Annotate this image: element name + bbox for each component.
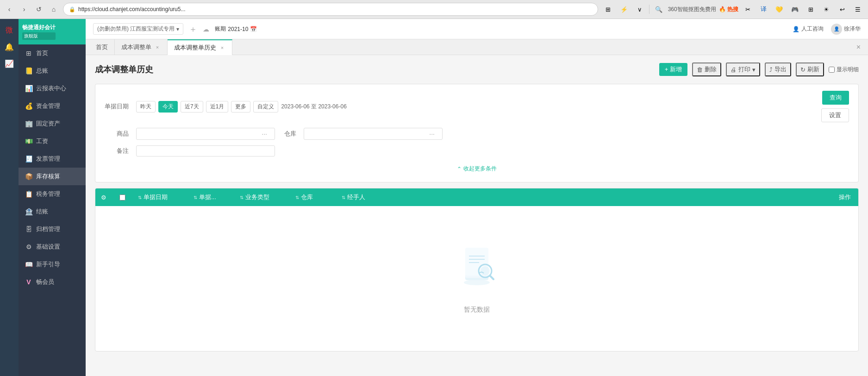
settings-icon[interactable]: ☀ — [820, 3, 833, 16]
home-button[interactable]: ⌂ — [48, 4, 59, 15]
sidebar-item-funds[interactable]: 💰 资金管理 — [19, 97, 86, 115]
tab-cost-adjust-history-label: 成本调整单历史 — [174, 44, 216, 52]
dropdown-icon[interactable]: ∨ — [633, 3, 646, 16]
query-btn[interactable]: 查询 — [822, 91, 849, 105]
refresh-btn[interactable]: ↻ 刷新 — [796, 63, 824, 76]
display-cols-input[interactable] — [829, 67, 835, 73]
sidebar-item-ledger[interactable]: 📒 总账 — [19, 62, 86, 80]
consultant-btn[interactable]: 👤 人工咨询 — [793, 25, 824, 33]
archive-icon: 🗄 — [25, 226, 32, 233]
collapse-btn[interactable]: ⌃ 收起更多条件 — [454, 162, 500, 175]
th-warehouse-sort-icon: ⇅ — [295, 195, 299, 200]
display-cols-checkbox[interactable]: 显示明细 — [829, 66, 859, 74]
print-btn[interactable]: 🖨 打印 ▾ — [726, 63, 760, 76]
tab-cost-adjust-close[interactable]: × — [154, 44, 161, 50]
tab-cost-adjust-history-close[interactable]: × — [219, 44, 225, 51]
address-bar[interactable]: 🔒 https://cloud.chanjet.com/accounting/u… — [63, 3, 598, 16]
tab-home[interactable]: 首页 — [89, 39, 115, 55]
filter-settings-btn[interactable]: 设置 — [821, 108, 849, 122]
delete-btn[interactable]: 🗑 删除 — [692, 63, 721, 76]
sidebar-item-tax[interactable]: 📋 税务管理 — [19, 185, 86, 203]
close-all-btn[interactable]: × — [853, 43, 864, 51]
tab-cost-adjust[interactable]: 成本调整单 × — [115, 39, 168, 55]
date-btn-more[interactable]: 更多 — [231, 101, 250, 113]
th-handler[interactable]: ⇅ 经手人 — [336, 193, 382, 201]
sidebar-item-settlement[interactable]: 🏦 结账 — [19, 203, 86, 220]
table-header: ⚙ ⇅ 单据日期 ⇅ 单据... ⇅ 业务类型 — [95, 188, 858, 206]
th-warehouse[interactable]: ⇅ 仓库 — [290, 193, 336, 201]
back-button[interactable]: ‹ — [4, 4, 15, 15]
sidebar-item-settings[interactable]: ⚙ 基础设置 — [19, 238, 86, 256]
date-btn-yesterday[interactable]: 昨天 — [136, 101, 156, 113]
sidebar-item-label: 总账 — [36, 67, 48, 75]
th-biz-type[interactable]: ⇅ 业务类型 — [234, 193, 290, 201]
collapse-btn-row: ⌃ 收起更多条件 — [105, 162, 849, 175]
guide-icon: 📖 — [25, 261, 32, 268]
translate-icon[interactable]: 译 — [757, 3, 770, 16]
th-number[interactable]: ⇅ 单据... — [188, 193, 234, 201]
lightning-icon[interactable]: ⚡ — [618, 3, 631, 16]
warehouse-ellipsis[interactable]: ··· — [425, 130, 438, 138]
sidebar-item-label: 工资 — [36, 137, 48, 145]
rail-notification-icon[interactable]: 🔔 — [2, 39, 17, 54]
refresh-icon: ↻ — [800, 66, 806, 73]
scissors-icon[interactable]: ✂ — [741, 3, 754, 16]
sidebar-item-inventory[interactable]: 📦 库存核算 — [19, 168, 86, 185]
sidebar-item-fixed-assets[interactable]: 🏢 固定资产 — [19, 115, 86, 132]
sidebar-item-reports[interactable]: 📊 云报表中心 — [19, 80, 86, 97]
sidebar-item-archive[interactable]: 🗄 归档管理 — [19, 220, 86, 238]
sidebar-item-label: 资金管理 — [36, 102, 60, 110]
empty-state: 暂无数据 — [95, 206, 858, 351]
th-settings[interactable]: ⚙ — [95, 194, 112, 201]
company-selector[interactable]: (勿删勿禁用) 江西服宝测试专用 ▾ — [93, 23, 183, 35]
calendar-icon[interactable]: 📅 — [250, 26, 257, 32]
sidebar-item-home[interactable]: ⊞ 首页 — [19, 44, 86, 62]
reload-button[interactable]: ↺ — [33, 4, 44, 15]
export-btn[interactable]: ⤴ 导出 — [765, 63, 791, 76]
th-checkbox[interactable] — [112, 194, 132, 201]
sidebar-item-invoice[interactable]: 🧾 发票管理 — [19, 150, 86, 168]
select-all-checkbox[interactable] — [119, 194, 125, 201]
sidebar-item-payroll[interactable]: 💵 工资 — [19, 132, 86, 150]
add-company-btn[interactable]: ＋ — [189, 24, 197, 35]
date-btn-today[interactable]: 今天 — [158, 101, 178, 113]
rail-chart-icon[interactable]: 📈 — [2, 56, 17, 71]
warehouse-select[interactable]: ··· — [304, 128, 443, 140]
inventory-icon: 📦 — [25, 173, 32, 180]
hot-search-label: 🔥 热搜 — [719, 6, 738, 13]
note-input[interactable] — [136, 145, 275, 157]
sidebar-item-label: 发票管理 — [36, 155, 60, 163]
print-icon: 🖨 — [731, 66, 737, 73]
search-icon[interactable]: 🔍 — [652, 3, 665, 16]
date-btn-custom[interactable]: 自定义 — [253, 101, 278, 113]
empty-illustration — [454, 243, 500, 298]
date-btn-1month[interactable]: 近1月 — [206, 101, 229, 113]
sidebar-item-label: 固定资产 — [36, 119, 60, 128]
new-btn[interactable]: + 新增 — [659, 63, 687, 76]
sidebar-logo[interactable]: 畅捷通好会计 旗舰版 — [19, 19, 86, 44]
empty-text: 暂无数据 — [464, 306, 490, 314]
undo-icon[interactable]: ↩ — [836, 3, 849, 16]
goods-select[interactable]: ··· — [136, 128, 275, 140]
grid-icon[interactable]: ⊞ — [602, 3, 615, 16]
rail-weibo-icon[interactable]: 微 — [2, 23, 17, 38]
wallet-icon[interactable]: 💛 — [773, 3, 786, 16]
warehouse-filter-label: 仓库 — [282, 130, 296, 138]
forward-button[interactable]: › — [19, 4, 30, 15]
menu-icon[interactable]: ☰ — [851, 3, 864, 16]
apps-icon[interactable]: ⊞ — [804, 3, 817, 16]
sidebar-item-label: 畅会员 — [36, 278, 54, 286]
sidebar-item-guide[interactable]: 📖 新手引导 — [19, 256, 86, 273]
tab-cost-adjust-history[interactable]: 成本调整单历史 × — [168, 39, 232, 55]
page-title: 成本调整单历史 — [95, 64, 153, 75]
date-btn-7days[interactable]: 近7天 — [181, 101, 203, 113]
sidebar-item-membership[interactable]: V 畅会员 — [19, 273, 86, 291]
delete-icon: 🗑 — [697, 66, 703, 73]
sidebar-nav: ⊞ 首页 📒 总账 📊 云报表中心 💰 资金管理 🏢 固定资产 💵 工资 — [19, 44, 86, 376]
goods-ellipsis[interactable]: ··· — [258, 130, 271, 138]
browser-toolbar: ‹ › ↺ ⌂ 🔒 https://cloud.chanjet.com/acco… — [0, 0, 868, 19]
user-btn[interactable]: 👤 徐泽华 — [831, 24, 861, 35]
game-icon[interactable]: 🎮 — [788, 3, 801, 16]
th-date[interactable]: ⇅ 单据日期 — [132, 193, 188, 201]
page-actions: + 新增 🗑 删除 🖨 打印 ▾ ⤴ 导出 ↻ — [659, 63, 859, 76]
